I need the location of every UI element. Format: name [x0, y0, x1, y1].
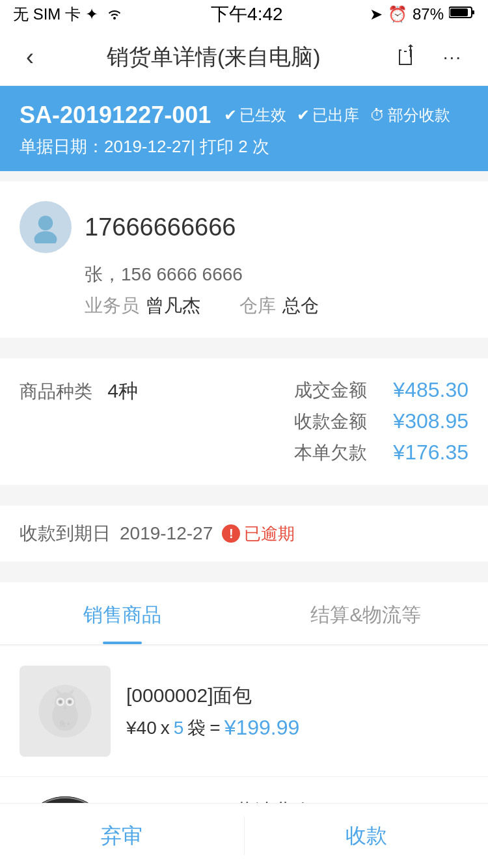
salesperson-name: 曾凡杰	[146, 293, 200, 318]
svg-text:鱼+: 鱼+	[59, 720, 70, 727]
nav-bar: ‹ 销货单详情(来自电脑) ···	[0, 29, 488, 86]
warehouse-name: 总仓	[282, 293, 319, 318]
header-banner: SA-20191227-001 ✔ 已生效 ✔ 已出库 ⏱ 部分收款 单据日期：…	[0, 86, 488, 171]
svg-rect-2	[450, 8, 468, 16]
svg-rect-1	[472, 10, 474, 14]
svg-point-12	[59, 701, 62, 703]
divider-3	[0, 562, 488, 572]
warehouse-info: 仓库 总仓	[239, 293, 319, 318]
product-image-1: 鱼+	[20, 666, 111, 757]
battery-text: 87%	[413, 5, 444, 23]
status-active: ✔ 已生效	[224, 105, 286, 126]
tab-products[interactable]: 销售商品	[0, 582, 244, 644]
product-info-1: [0000002]面包 ¥40 x 5 袋 = ¥199.99	[126, 683, 468, 740]
status-bar-left: 无 SIM 卡 ✦	[13, 4, 124, 25]
amount-stats: 成交金额 ¥485.30 收款金额 ¥308.95 本单欠款 ¥176.35	[294, 378, 468, 465]
category-value: 4种	[107, 380, 138, 401]
order-id: SA-20191227-001	[20, 102, 211, 129]
deal-amount-row: 成交金额 ¥485.30	[294, 378, 468, 403]
debt-label: 本单欠款	[294, 441, 367, 465]
received-label: 收款金额	[294, 409, 367, 434]
status-bar: 无 SIM 卡 ✦ 下午4:42 ➤ ⏰ 87%	[0, 0, 488, 29]
collect-payment-button[interactable]: 收款	[245, 804, 489, 868]
svg-point-4	[34, 231, 57, 243]
product-price-1: ¥40 x 5 袋 = ¥199.99	[126, 716, 468, 740]
debt-row: 本单欠款 ¥176.35	[294, 441, 468, 465]
cancel-audit-button[interactable]: 弃审	[0, 804, 244, 868]
status-shipped: ✔ 已出库	[297, 105, 359, 126]
customer-contact: 张，156 6666 6666	[20, 262, 468, 287]
status-bar-right: ➤ ⏰ 87%	[370, 5, 475, 23]
page-title: 销货单详情(来自电脑)	[107, 42, 321, 72]
overdue-badge: ! 已逾期	[222, 522, 295, 545]
salesperson-info: 业务员 曾凡杰	[85, 293, 200, 318]
wifi-icon	[105, 5, 124, 23]
stats-section: 商品种类 4种 成交金额 ¥485.30 收款金额 ¥308.95 本单欠款 ¥…	[0, 359, 488, 485]
product-category-stats: 商品种类 4种	[20, 378, 138, 405]
customer-section: 17666666666 张，156 6666 6666 业务员 曾凡杰 仓库 总…	[0, 182, 488, 338]
product-name-1: [0000002]面包	[126, 683, 468, 709]
customer-avatar	[20, 201, 72, 253]
divider-2	[0, 485, 488, 495]
category-label: 商品种类	[20, 381, 92, 401]
deal-amount-value: ¥485.30	[393, 378, 468, 403]
received-value: ¥308.95	[393, 409, 468, 434]
clock-icon: ⏱	[370, 106, 385, 124]
customer-meta: 业务员 曾凡杰 仓库 总仓	[20, 293, 468, 318]
share-icon[interactable]	[387, 36, 424, 78]
nav-actions: ···	[387, 36, 468, 78]
check-icon-1: ✔	[224, 106, 237, 124]
salesperson-label: 业务员	[85, 293, 139, 318]
tabs-section: 销售商品 结算&物流等	[0, 582, 488, 645]
sim-text: 无 SIM 卡 ✦	[13, 4, 98, 25]
product-qty-1: 5	[174, 718, 184, 739]
back-button[interactable]: ‹	[20, 37, 40, 77]
warehouse-label: 仓库	[239, 293, 276, 318]
check-icon-2: ✔	[297, 106, 310, 124]
battery-icon	[449, 5, 475, 23]
divider-1	[0, 338, 488, 348]
location-icon: ➤	[370, 5, 383, 23]
customer-phone: 17666666666	[85, 213, 236, 241]
debt-value: ¥176.35	[393, 441, 468, 465]
bottom-bar: 弃审 收款	[0, 803, 488, 868]
alarm-icon: ⏰	[388, 5, 407, 23]
status-tags: ✔ 已生效 ✔ 已出库 ⏱ 部分收款	[224, 105, 450, 126]
status-partial-payment: ⏱ 部分收款	[370, 105, 450, 126]
overdue-icon: !	[222, 524, 240, 543]
svg-point-3	[38, 216, 53, 231]
product-item-1: 鱼+ [0000002]面包 ¥40 x 5 袋 = ¥199.99	[0, 646, 488, 777]
svg-point-13	[68, 701, 71, 703]
order-date-info: 单据日期：2019-12-27| 打印 2 次	[20, 135, 468, 158]
due-date-section: 收款到期日 2019-12-27 ! 已逾期	[0, 506, 488, 562]
more-icon[interactable]: ···	[437, 40, 468, 74]
status-bar-time: 下午4:42	[211, 2, 283, 27]
received-row: 收款金额 ¥308.95	[294, 409, 468, 434]
due-date-value: 2019-12-27	[120, 523, 213, 544]
overdue-text: 已逾期	[244, 522, 295, 545]
product-total-1: ¥199.99	[224, 716, 300, 740]
due-date-label: 收款到期日	[20, 521, 111, 546]
deal-amount-label: 成交金额	[294, 378, 367, 403]
tab-settlement[interactable]: 结算&物流等	[244, 582, 488, 644]
